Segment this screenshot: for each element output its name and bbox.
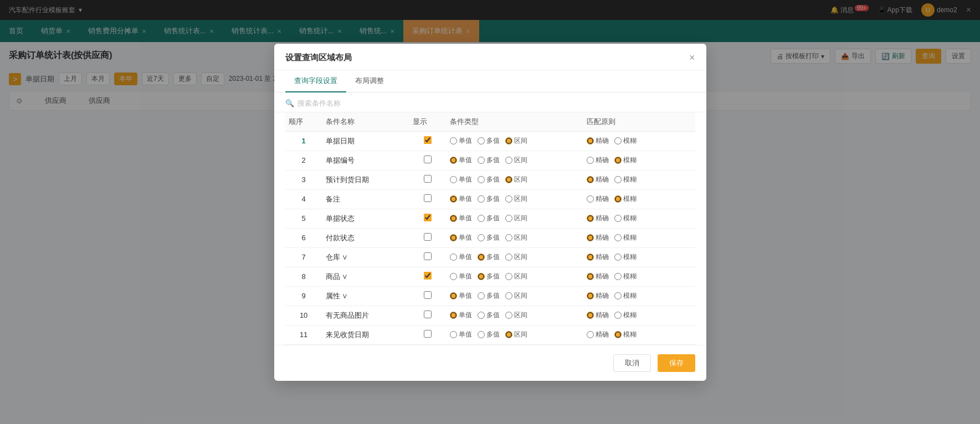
th-match: 匹配原则 [583,112,695,118]
modal-tabs: 查询字段设置 布局调整 [274,70,706,92]
modal-header: 设置查询区域布局 × [274,44,706,70]
th-type: 条件类型 [447,112,583,118]
modal-title: 设置查询区域布局 [285,53,352,63]
th-name: 条件名称 [322,112,409,118]
conditions-table: 顺序 条件名称 显示 条件类型 匹配原则 1单据日期单值多值区间精确模糊2单据编… [274,112,706,118]
th-show: 显示 [409,112,447,118]
tab-field-settings[interactable]: 查询字段设置 [285,70,346,92]
th-order: 顺序 [285,112,322,118]
modal-close-button[interactable]: × [689,53,695,63]
search-input[interactable] [297,99,408,107]
overlay: 设置查询区域布局 × 查询字段设置 布局调整 🔍 顺序 条件名称 [0,0,980,117]
modal-dialog: 设置查询区域布局 × 查询字段设置 布局调整 🔍 顺序 条件名称 [274,44,706,118]
search-row: 🔍 [274,92,706,112]
search-icon: 🔍 [285,99,294,107]
tab-layout-adjust[interactable]: 布局调整 [346,70,393,92]
